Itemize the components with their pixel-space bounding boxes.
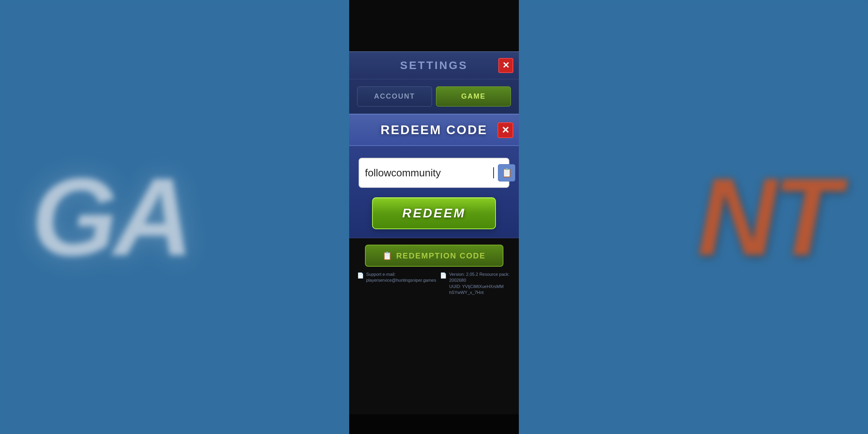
redeem-close-button[interactable]: ✕ (498, 122, 513, 138)
top-bar (349, 0, 519, 51)
redeem-modal: REDEEM CODE ✕ 📋 REDEEM (349, 114, 519, 238)
blur-left-overlay (0, 0, 349, 434)
redeem-button-label: REDEEM (402, 206, 466, 221)
tabs-row: ACCOUNT GAME (349, 79, 519, 114)
redeem-button[interactable]: REDEEM (372, 197, 496, 229)
redeem-title: REDEEM CODE (380, 123, 487, 137)
blur-right-overlay (519, 0, 868, 434)
redemption-code-label: REDEMPTION CODE (396, 251, 486, 260)
support-text: Support e-mail: playerservice@huntingsni… (366, 271, 436, 284)
clipboard-button[interactable]: 📋 (498, 164, 515, 181)
settings-header: SETTINGS ✕ (349, 52, 519, 79)
settings-close-icon: ✕ (502, 60, 509, 71)
version-label: Version: 2.05.2 Resource pack: 2002680 (449, 271, 511, 284)
uuid-label: UUID: YVtjCiMtXueHXrsMM hSYwWY_x_7Hnt (449, 284, 511, 296)
bottom-info-row: 📄 Support e-mail: playerservice@huntings… (357, 271, 511, 296)
redemption-code-button[interactable]: 📋 REDEMPTION CODE (365, 245, 503, 267)
center-panel: SETTINGS ✕ ACCOUNT GAME REDEEM CODE ✕ (349, 0, 519, 434)
settings-title: SETTINGS (400, 59, 468, 72)
bottom-section: 📋 REDEMPTION CODE 📄 Support e-mail: play… (349, 238, 519, 414)
version-text: Version: 2.05.2 Resource pack: 2002680 U… (449, 271, 511, 296)
support-email: playerservice@huntingsniper.games (366, 277, 436, 283)
clipboard-icon: 📋 (501, 168, 512, 178)
redeem-header: REDEEM CODE ✕ (349, 115, 519, 146)
version-icon: 📄 (440, 272, 447, 279)
support-label: Support e-mail: (366, 271, 436, 277)
redeem-close-icon: ✕ (501, 125, 509, 136)
tab-account-label: ACCOUNT (374, 92, 415, 101)
code-input-wrapper: 📋 (359, 158, 509, 188)
cursor-line (493, 167, 494, 178)
support-icon: 📄 (357, 272, 364, 279)
settings-close-button[interactable]: ✕ (498, 58, 513, 73)
version-info: 📄 Version: 2.05.2 Resource pack: 2002680… (440, 271, 511, 296)
redeem-body: 📋 REDEEM (349, 146, 519, 237)
redemption-code-icon: 📋 (382, 251, 392, 260)
code-input[interactable] (365, 167, 493, 179)
tab-game-label: GAME (461, 92, 486, 101)
support-info: 📄 Support e-mail: playerservice@huntings… (357, 271, 436, 284)
bottom-black-bar (349, 414, 519, 434)
tab-account[interactable]: ACCOUNT (357, 86, 432, 107)
settings-window: SETTINGS ✕ ACCOUNT GAME (349, 51, 519, 114)
tab-game[interactable]: GAME (436, 86, 511, 107)
